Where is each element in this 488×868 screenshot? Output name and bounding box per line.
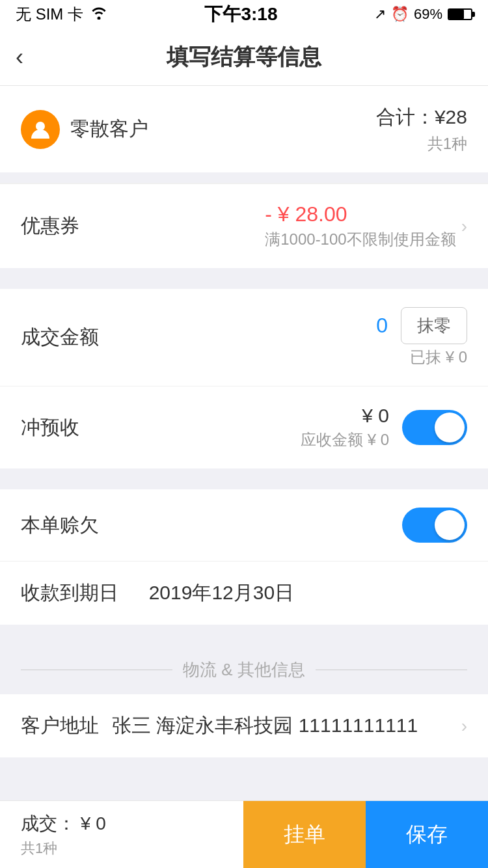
address-value: 张三 海淀永丰科技园 11111111111 xyxy=(112,712,461,739)
prepaid-toggle[interactable] xyxy=(402,410,467,445)
hold-button[interactable]: 挂单 xyxy=(243,801,366,869)
coupon-row[interactable]: 优惠券 - ¥ 28.00 满1000-100不限制使用金额 › xyxy=(0,183,488,268)
bottom-summary: 成交： ¥ 0 共1种 xyxy=(0,811,243,858)
address-section: 客户地址 张三 海淀永丰科技园 11111111111 › xyxy=(0,694,488,757)
bottom-bar: 成交： ¥ 0 共1种 挂单 保存 xyxy=(0,800,488,868)
address-row[interactable]: 客户地址 张三 海淀永丰科技园 11111111111 › xyxy=(0,694,488,757)
svg-point-0 xyxy=(36,122,45,131)
deal-amount-label: 成交金额 xyxy=(21,324,99,351)
credit-row: 本单赊欠 xyxy=(0,489,488,561)
round-zero-button[interactable]: 抹零 xyxy=(401,307,467,344)
logistics-line-left xyxy=(21,670,172,670)
bottom-deal-amount: ¥ 0 xyxy=(81,813,106,834)
prepaid-right: ¥ 0 应收金额 ¥ 0 xyxy=(301,405,467,450)
customer-total: 合计：¥28 共1种 xyxy=(376,104,467,154)
bottom-count: 共1种 xyxy=(21,839,223,858)
battery-icon xyxy=(448,8,472,20)
customer-row: 零散客户 合计：¥28 共1种 xyxy=(0,86,488,172)
coupon-label: 优惠券 xyxy=(21,213,79,239)
toggle-knob xyxy=(435,413,465,442)
coupon-discount: - ¥ 28.00 xyxy=(265,202,455,226)
status-bar: 无 SIM 卡 下午3:18 ↗ ⏰ 69% xyxy=(0,0,488,29)
section-divider-3 xyxy=(0,635,488,645)
save-button[interactable]: 保存 xyxy=(366,801,488,869)
logistics-title: 物流 & 其他信息 xyxy=(183,658,305,681)
duedate-text: 收款到期日 2019年12月30日 xyxy=(21,582,294,603)
duedate-value: 2019年12月30日 xyxy=(149,582,294,603)
section-divider-1 xyxy=(0,278,488,289)
page-title: 填写结算等信息 xyxy=(167,42,321,72)
customer-name: 零散客户 xyxy=(70,116,148,142)
credit-section: 本单赊欠 收款到期日 2019年12月30日 xyxy=(0,489,488,625)
duedate-label: 收款到期日 xyxy=(21,582,118,603)
deal-amount-row: 成交金额 0 抹零 已抹 ¥ 0 xyxy=(0,289,488,386)
coupon-desc: 满1000-100不限制使用金额 xyxy=(265,229,455,250)
coupon-section: 优惠券 - ¥ 28.00 满1000-100不限制使用金额 › xyxy=(0,183,488,268)
back-button[interactable]: ‹ xyxy=(16,44,23,71)
bottom-deal-label: 成交： xyxy=(21,813,75,834)
status-time: 下午3:18 xyxy=(204,2,277,27)
coupon-chevron-icon: › xyxy=(461,216,467,237)
prepaid-amount-group: ¥ 0 应收金额 ¥ 0 xyxy=(301,405,389,450)
address-label: 客户地址 xyxy=(21,712,99,739)
total-count: 共1种 xyxy=(376,133,467,154)
duedate-spacer xyxy=(124,582,143,603)
section-divider-2 xyxy=(0,479,488,489)
status-right: ↗ ⏰ 69% xyxy=(374,6,472,23)
deal-amount-right: 0 抹零 xyxy=(376,307,467,344)
deal-amount-value: 0 xyxy=(376,314,388,338)
location-icon: ↗ xyxy=(374,6,386,23)
wifi-icon xyxy=(90,5,108,23)
alarm-icon: ⏰ xyxy=(391,6,409,23)
credit-toggle[interactable] xyxy=(402,508,467,543)
status-left: 无 SIM 卡 xyxy=(16,4,108,25)
prepaid-label: 冲预收 xyxy=(21,414,79,441)
prepaid-row: 冲预收 ¥ 0 应收金额 ¥ 0 xyxy=(0,386,488,468)
credit-toggle-knob xyxy=(435,510,465,540)
battery-percent: 69% xyxy=(414,6,442,23)
credit-label: 本单赊欠 xyxy=(21,512,99,539)
prepaid-receivable: 应收金额 ¥ 0 xyxy=(301,429,389,450)
address-chevron-icon: › xyxy=(461,716,467,737)
logistics-header: 物流 & 其他信息 xyxy=(0,645,488,694)
coupon-right: - ¥ 28.00 满1000-100不限制使用金额 › xyxy=(265,202,467,250)
customer-section: 零散客户 合计：¥28 共1种 xyxy=(0,86,488,172)
logistics-line-right xyxy=(316,670,467,670)
nav-bar: ‹ 填写结算等信息 xyxy=(0,29,488,86)
deal-section: 成交金额 0 抹零 已抹 ¥ 0 冲预收 ¥ 0 应收金额 ¥ 0 xyxy=(0,289,488,468)
customer-avatar xyxy=(21,110,60,149)
deal-amount-sub: 已抹 ¥ 0 xyxy=(376,347,467,368)
total-amount: 合计：¥28 xyxy=(376,104,467,131)
customer-info: 零散客户 xyxy=(21,110,148,149)
sim-label: 无 SIM 卡 xyxy=(16,4,83,25)
bottom-deal: 成交： ¥ 0 xyxy=(21,811,223,836)
prepaid-amount: ¥ 0 xyxy=(301,405,389,427)
duedate-row: 收款到期日 2019年12月30日 xyxy=(0,561,488,625)
